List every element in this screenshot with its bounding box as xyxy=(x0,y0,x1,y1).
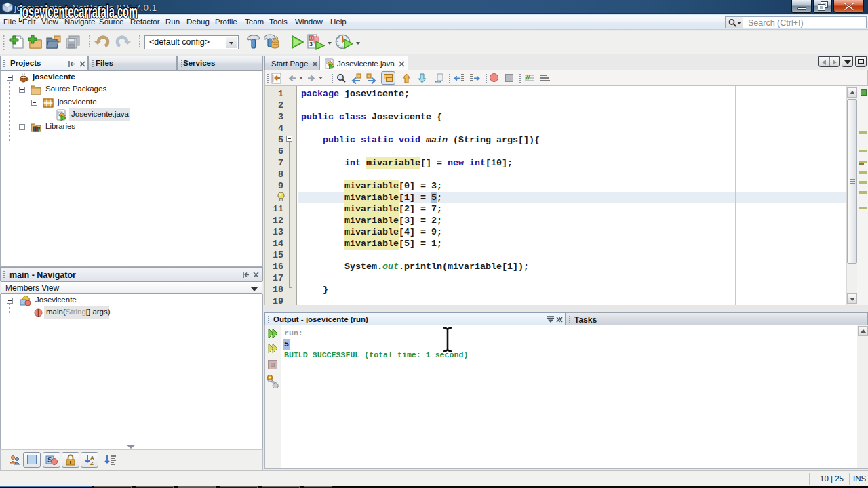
svg-text://: // xyxy=(525,73,531,81)
svg-text:Z: Z xyxy=(90,460,94,466)
svg-text:3: 3 xyxy=(309,41,313,47)
